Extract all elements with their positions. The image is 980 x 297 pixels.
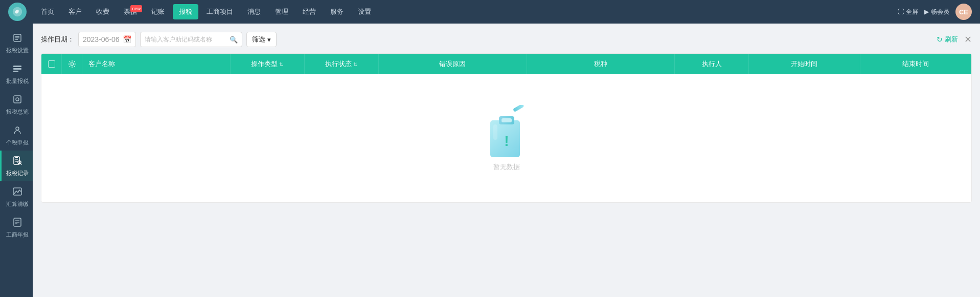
- select-all-checkbox[interactable]: [48, 60, 55, 68]
- svg-rect-27: [493, 124, 497, 140]
- close-button[interactable]: ✕: [964, 35, 972, 44]
- svg-rect-6: [13, 71, 18, 72]
- sidebar-item-label: 报税记录: [6, 169, 29, 177]
- sidebar-item-label: 工商年报: [6, 231, 29, 239]
- calendar-icon: 📅: [123, 35, 131, 44]
- th-error-reason: 错误原因: [379, 54, 527, 74]
- nav-item-tax[interactable]: 报税: [173, 4, 198, 19]
- batch-tax-icon: [12, 63, 22, 75]
- th-customer-name: 客户名称: [82, 54, 231, 74]
- date-value: 2023-06-06: [83, 35, 120, 44]
- th-tax-type: 税种: [527, 54, 675, 74]
- filter-label: 筛选: [252, 35, 265, 44]
- filter-button[interactable]: 筛选 ▾: [246, 32, 277, 47]
- th-operation-type[interactable]: 操作类型 ⇅: [231, 54, 305, 74]
- svg-rect-5: [13, 68, 21, 70]
- svg-point-9: [16, 127, 19, 130]
- refresh-button[interactable]: ↻ 刷新: [937, 35, 958, 44]
- sidebar-item-batch-tax[interactable]: 批量报税: [0, 58, 33, 89]
- table-header: 客户名称 操作类型 ⇅ 执行状态 ⇅ 错误原因 税种 执行人: [41, 54, 971, 74]
- th-end-time: 结束时间: [860, 54, 971, 74]
- tax-settings-icon: [12, 33, 22, 45]
- empty-state: !: [41, 74, 971, 202]
- sidebar-item-tax-overview[interactable]: 报税总览: [0, 89, 33, 120]
- sort-icon: ⇅: [353, 61, 357, 67]
- nav-item-customer[interactable]: 客户: [62, 4, 88, 19]
- nav-item-ticket[interactable]: 票据 new: [118, 4, 143, 19]
- nav-item-commerce[interactable]: 工商项目: [200, 4, 239, 19]
- nav-item-fee[interactable]: 收费: [90, 4, 116, 19]
- sidebar-item-tax-record[interactable]: 报税记录: [0, 151, 33, 181]
- toolbar: 操作日期： 2023-06-06 📅 请输入客户助记码或名称 🔍 筛选 ▾ ↻ …: [41, 32, 972, 47]
- annual-settlement-icon: [12, 186, 22, 198]
- sidebar-item-label: 个税申报: [6, 139, 29, 146]
- svg-rect-22: [513, 105, 525, 112]
- svg-text:!: !: [504, 133, 509, 149]
- date-label: 操作日期：: [41, 35, 74, 44]
- svg-rect-11: [15, 157, 18, 158]
- th-exec-status[interactable]: 执行状态 ⇅: [305, 54, 379, 74]
- svg-point-8: [16, 98, 19, 101]
- th-checkbox[interactable]: [41, 54, 62, 74]
- sidebar-item-tax-settings[interactable]: 报税设置: [0, 28, 33, 58]
- member-button[interactable]: ▶ 畅会员: [924, 8, 949, 16]
- th-executor: 执行人: [675, 54, 749, 74]
- table-container: 客户名称 操作类型 ⇅ 执行状态 ⇅ 错误原因 税种 执行人: [41, 53, 972, 203]
- nav-item-service[interactable]: 服务: [324, 4, 350, 19]
- new-badge: new: [130, 5, 142, 12]
- nav-item-settings[interactable]: 设置: [352, 4, 377, 19]
- nav-item-bookkeeping[interactable]: 记账: [145, 4, 171, 19]
- nav-items: 首页 客户 收费 票据 new 记账 报税 工商项目 消息 管理 经营 服务 设…: [35, 4, 898, 19]
- svg-rect-4: [13, 66, 21, 67]
- chevron-down-icon: ▾: [267, 36, 271, 44]
- nav-item-operation[interactable]: 经营: [297, 4, 322, 19]
- empty-icon: !: [481, 105, 532, 156]
- search-placeholder: 请输入客户助记码或名称: [145, 35, 212, 44]
- search-icon: 🔍: [230, 36, 238, 44]
- nav-item-message[interactable]: 消息: [241, 4, 267, 19]
- empty-text: 暂无数据: [493, 162, 520, 172]
- sidebar-item-label: 报税总览: [6, 108, 29, 116]
- tax-overview-icon: [12, 94, 22, 106]
- personal-tax-icon: [12, 125, 22, 137]
- sidebar-item-personal-tax[interactable]: 个税申报: [0, 120, 33, 151]
- svg-point-21: [71, 63, 73, 66]
- layout: 报税设置 批量报税 报税总览: [0, 24, 980, 297]
- svg-rect-7: [14, 96, 21, 103]
- fullscreen-icon: ⛶: [898, 8, 904, 15]
- sidebar-item-label: 批量报税: [6, 77, 29, 85]
- member-icon: ▶: [924, 8, 929, 15]
- app-logo[interactable]: [8, 3, 27, 21]
- search-box[interactable]: 请输入客户助记码或名称 🔍: [140, 32, 242, 47]
- annual-report-icon: [12, 217, 22, 229]
- refresh-icon: ↻: [937, 35, 943, 44]
- sidebar-item-annual-settlement[interactable]: 汇算清缴: [0, 181, 33, 212]
- th-start-time: 开始时间: [749, 54, 860, 74]
- svg-rect-25: [502, 118, 512, 122]
- tax-record-icon: [12, 156, 22, 167]
- sidebar-item-annual-report[interactable]: 工商年报: [0, 212, 33, 243]
- th-gear[interactable]: [62, 54, 82, 74]
- sidebar-item-label: 汇算清缴: [6, 200, 29, 208]
- nav-right: ⛶ 全屏 ▶ 畅会员 CE: [898, 4, 972, 20]
- fullscreen-button[interactable]: ⛶ 全屏: [898, 8, 918, 16]
- sidebar-item-label: 报税设置: [6, 47, 29, 54]
- date-picker[interactable]: 2023-06-06 📅: [78, 32, 136, 47]
- nav-item-home[interactable]: 首页: [35, 4, 60, 19]
- sort-icon: ⇅: [279, 61, 283, 67]
- nav-item-manage[interactable]: 管理: [269, 4, 294, 19]
- top-nav: 首页 客户 收费 票据 new 记账 报税 工商项目 消息 管理 经营 服务 设…: [0, 0, 980, 24]
- toolbar-right: ↻ 刷新 ✕: [937, 35, 972, 44]
- main-content: 操作日期： 2023-06-06 📅 请输入客户助记码或名称 🔍 筛选 ▾ ↻ …: [33, 24, 980, 297]
- avatar[interactable]: CE: [955, 4, 972, 20]
- sidebar: 报税设置 批量报税 报税总览: [0, 24, 33, 297]
